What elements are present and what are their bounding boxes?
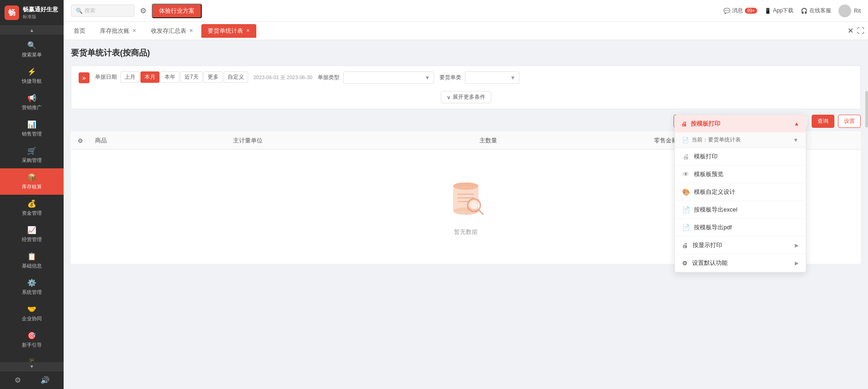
svg-line-9 (479, 210, 483, 214)
template-excel-item[interactable]: 📄 按模板导出excel (675, 201, 806, 219)
sidebar-item-system[interactable]: ⚙️ 系统管理 (0, 274, 64, 300)
purchase-icon: 🛒 (27, 147, 36, 155)
sidebar-item-sales[interactable]: 📊 销售管理 (0, 116, 64, 142)
sidebar-scroll-up[interactable]: ▲ (0, 26, 64, 35)
quick-nav-icon: ⚡ (27, 67, 36, 76)
user-profile[interactable]: Rit (838, 5, 861, 17)
sidebar-item-basic[interactable]: 📋 基础信息 (0, 248, 64, 274)
empty-illustration (443, 177, 489, 222)
sidebar-item-purchase[interactable]: 🛒 采购管理 (0, 142, 64, 168)
display-print-left: 🖨 按显示打印 (682, 241, 722, 249)
date-filter-group: 单据日期 上月 本月 本年 近7天 更多 自定义 2023-06-01 至 20… (95, 71, 312, 83)
sidebar-item-newbie[interactable]: 🎯 新手引导 (0, 327, 64, 353)
print-dropdown-close-icon[interactable]: ▲ (794, 121, 799, 127)
doc-type-label: 单据类型 (318, 74, 339, 81)
print-dropdown-header-left: 🖨 按模板打印 (681, 120, 720, 128)
sidebar-item-marketing[interactable]: 📢 营销推广 (0, 89, 64, 116)
sidebar: 畅 畅赢通好生意 标准版 ▲ 🔍 搜索菜单 ⚡ 快捷导航 📢 营销推广 📊 销售… (0, 0, 64, 389)
doc-type-value (347, 74, 423, 81)
message-icon: 💬 (723, 8, 730, 14)
main-area: 🔍 搜索 ⚙ 体验行业方案 💬 消息 99+ 📱 App下载 🎧 在线客服 Ri… (64, 0, 868, 389)
order-type-value (469, 74, 508, 81)
sales-icon: 📊 (27, 120, 36, 129)
system-icon: ⚙️ (27, 278, 36, 287)
online-service-action[interactable]: 🎧 在线客服 (801, 7, 831, 15)
this-month-btn[interactable]: 本月 (140, 71, 160, 83)
expand-chevron-icon: ∨ (447, 94, 451, 101)
template-pdf-item[interactable]: 📄 按模板导出pdf (675, 219, 806, 237)
svg-point-3 (453, 182, 479, 190)
topbar-actions: 💬 消息 99+ 📱 App下载 🎧 在线客服 Rit (723, 5, 861, 17)
order-type-select[interactable]: ▼ (465, 71, 519, 84)
logo-text: 畅赢通好生意 标准版 (23, 6, 58, 20)
expand-more-button[interactable]: ∨ 展开更多条件 (441, 91, 491, 103)
order-type-arrow-icon: ▼ (510, 75, 515, 81)
inventory-icon: 📦 (27, 173, 36, 182)
close-tab-order-stats[interactable]: ✕ (246, 28, 250, 34)
corp-icon: 🤝 (27, 305, 36, 313)
table-header-settings[interactable]: ⚙ (71, 132, 90, 150)
sidebar-scroll-down[interactable]: ▼ (0, 362, 64, 371)
more-date-btn[interactable]: 更多 (204, 71, 223, 83)
operation-icon: 📈 (27, 226, 36, 234)
appstore-icon: 📱 (27, 358, 36, 362)
date-label: 单据日期 (95, 73, 117, 81)
sidebar-item-search[interactable]: 🔍 搜索菜单 (0, 36, 64, 63)
date-range-display: 2023-06-01 至 2023-06-30 (254, 74, 313, 81)
close-tab-inventory-batch[interactable]: ✕ (132, 28, 136, 34)
table-settings-icon[interactable]: ⚙ (78, 137, 83, 144)
table-header-unit: 主计量单位 (228, 132, 474, 150)
expand-window-btn[interactable]: ⛶ (857, 27, 864, 35)
table-header-product: 商品 (90, 132, 228, 150)
current-template-row: 📄 当前：要货单统计表 ▼ (682, 136, 798, 144)
page-title: 要货单统计表(按商品) (71, 47, 861, 58)
sidebar-item-finance[interactable]: 💰 资金管理 (0, 195, 64, 221)
doc-type-select[interactable]: ▼ (343, 71, 434, 84)
sidebar-item-appstore[interactable]: 📱 应用中心 (0, 353, 64, 362)
doc-type-arrow-icon: ▼ (424, 75, 430, 81)
template-design-item[interactable]: 🎨 模板自定义设计 (675, 183, 806, 201)
message-action[interactable]: 💬 消息 99+ (723, 7, 757, 15)
query-button[interactable]: 查询 (812, 115, 834, 128)
topbar: 🔍 搜索 ⚙ 体验行业方案 💬 消息 99+ 📱 App下载 🎧 在线客服 Ri… (64, 0, 868, 22)
close-tab-receipt-summary[interactable]: ✕ (189, 28, 193, 34)
display-print-item[interactable]: 🖨 按显示打印 ▶ (675, 237, 806, 254)
tabbar: 首页 库存批次账 ✕ 收发存汇总表 ✕ 要货单统计表 ✕ ✕ ⛶ (64, 22, 868, 40)
template-design-icon: 🎨 (682, 188, 689, 196)
last-month-btn[interactable]: 上月 (120, 71, 140, 83)
settings-button[interactable]: 设置 (838, 115, 861, 128)
set-default-icon: ⚙ (682, 260, 688, 267)
tab-inventory-batch[interactable]: 库存批次账 ✕ (94, 24, 143, 38)
search-box[interactable]: 🔍 搜索 (71, 5, 135, 17)
avatar (838, 5, 851, 17)
set-default-item[interactable]: ⚙ 设置默认功能 ▶ (675, 254, 806, 272)
sidebar-item-corp[interactable]: 🤝 企业协同 (0, 300, 64, 327)
print-dropdown: 🖨 按模板打印 ▲ 📄 当前：要货单统计表 ▼ (674, 115, 806, 273)
resize-handle[interactable] (865, 91, 868, 127)
tab-home[interactable]: 首页 (67, 24, 92, 38)
settings-footer-icon[interactable]: ⚙ (15, 376, 21, 384)
last-7days-btn[interactable]: 近7天 (180, 71, 203, 83)
table-header-qty: 主数量 (474, 132, 649, 150)
filter-expand-button[interactable]: » (79, 72, 90, 83)
template-preview-item[interactable]: 👁 模板板预览 (675, 166, 806, 183)
settings-gear-icon[interactable]: ⚙ (140, 6, 146, 15)
app-download-action[interactable]: 📱 App下载 (764, 7, 793, 15)
template-print-item[interactable]: 🖨 模板打印 (675, 148, 806, 166)
this-year-btn[interactable]: 本年 (160, 71, 180, 83)
sound-footer-icon[interactable]: 🔊 (40, 376, 50, 384)
filter-more-row: ∨ 展开更多条件 (79, 91, 853, 103)
print-dropdown-header[interactable]: 🖨 按模板打印 ▲ (675, 115, 806, 132)
trial-button[interactable]: 体验行业方案 (152, 4, 202, 18)
custom-date-btn[interactable]: 自定义 (224, 71, 248, 83)
close-window-btn[interactable]: ✕ (848, 26, 853, 35)
tab-order-stats[interactable]: 要货单统计表 ✕ (201, 24, 256, 38)
tab-receipt-summary[interactable]: 收发存汇总表 ✕ (145, 24, 200, 38)
page-content: 要货单统计表(按商品) » 单据日期 上月 本月 本年 近7天 更多 自定义 2… (64, 40, 868, 389)
sidebar-item-quick-nav[interactable]: ⚡ 快捷导航 (0, 63, 64, 89)
logo-icon: 畅 (5, 5, 19, 20)
date-buttons: 上月 本月 本年 近7天 更多 自定义 (120, 71, 248, 83)
current-template-arrow-icon: ▼ (793, 137, 798, 143)
sidebar-item-inventory[interactable]: 📦 库存核算 (0, 168, 64, 195)
sidebar-item-operation[interactable]: 📈 经营管理 (0, 221, 64, 248)
